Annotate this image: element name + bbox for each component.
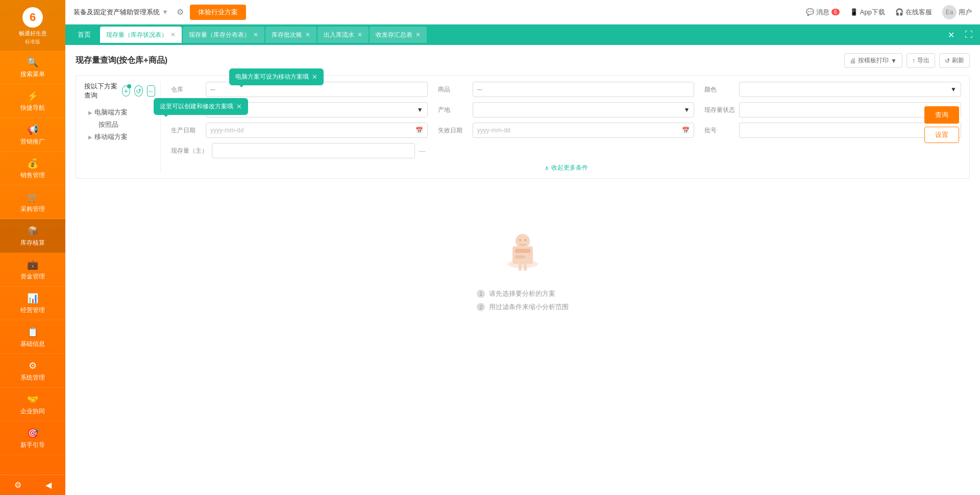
gear-icon[interactable]: ⚙ [177, 7, 184, 17]
sidebar-item-system[interactable]: ⚙ 系统管理 [0, 354, 65, 388]
sidebar-logo: 6 畅通好生意 标准版 [0, 0, 65, 51]
tooltip-scheme-close[interactable]: ✕ [312, 73, 317, 81]
filter-left: 按以下方案查询 + ↺ ← ▶ 电脑端方案 [84, 82, 161, 172]
expire-date-from[interactable]: yyyy-mm-dd 📅 [473, 123, 695, 138]
tab-flow-label: 出入库流水 [324, 31, 354, 39]
tab-inventory-dist-label: 现存量（库存分布表） [189, 31, 250, 39]
sidebar-item-operations[interactable]: 📊 经营管理 [0, 287, 65, 320]
tab-summary-close[interactable]: ✕ [415, 31, 421, 38]
stock-qty-from[interactable] [212, 143, 415, 158]
sidebar-item-purchase[interactable]: 🛒 采购管理 [0, 185, 65, 219]
origin-select[interactable]: ▼ [473, 102, 695, 117]
sidebar-item-marketing[interactable]: 📢 营销推广 [0, 118, 65, 152]
query-button[interactable]: 查询 [924, 106, 959, 124]
tip-num-2: 2 [477, 303, 485, 311]
refresh-button[interactable]: ↺ 刷新 [939, 53, 970, 68]
tab-inventory-status-close[interactable]: ✕ [170, 31, 176, 38]
product-ellipsis: ··· [477, 86, 482, 93]
collapse-button[interactable]: ◀ [45, 480, 52, 490]
tab-batch[interactable]: 库存批次账 ✕ [265, 27, 316, 43]
prod-date-range: yyyy-mm-dd 📅 [206, 123, 428, 138]
sidebar-item-finance[interactable]: 💼 资金管理 [0, 253, 65, 287]
filter-grid: 仓库 ··· 商品 ··· [171, 82, 961, 158]
sidebar-item-search[interactable]: 🔍 搜索菜单 [0, 51, 65, 84]
tab-home[interactable]: 首页 [69, 25, 99, 45]
topbar: 装备及固定资产辅助管理系统 ▼ ⚙ 体验行业方案 💬 消息 6 📱 App下载 … [65, 0, 980, 25]
tab-summary[interactable]: 收发存汇总表 ✕ [370, 27, 427, 43]
close-all-tabs-button[interactable]: ✕ [945, 29, 958, 41]
page-header: 现存量查询(按仓库+商品) 🖨 按模板打印 ▼ ↑ 导出 ↺ 刷新 [76, 53, 970, 68]
tab-inventory-dist[interactable]: 现存量（库存分布表） ✕ [183, 27, 264, 43]
scheme-pc-item[interactable]: ▶ 电脑端方案 [84, 106, 155, 119]
expire-date-from-value: yyyy-mm-dd [477, 127, 510, 134]
sidebar-item-inventory[interactable]: 📦 库存核算 [0, 219, 65, 253]
sidebar-bottom: ⚙ ◀ [0, 475, 65, 495]
main-container: 装备及固定资产辅助管理系统 ▼ ⚙ 体验行业方案 💬 消息 6 📱 App下载 … [65, 0, 980, 495]
filter-collapse-button[interactable]: ∧ 收起更多条件 [171, 163, 961, 172]
sidebar: 6 畅通好生意 标准版 🔍 搜索菜单 ⚡ 快捷导航 📢 营销推广 💰 销售管理 … [0, 0, 65, 495]
expire-date-calendar-icon: 📅 [682, 127, 690, 134]
tab-inventory-status[interactable]: 现存量（库存状况表） ✕ [100, 27, 182, 43]
user-menu[interactable]: Ea 用户 [942, 5, 972, 19]
message-button[interactable]: 💬 消息 6 [806, 8, 840, 17]
app-icon: 📱 [850, 8, 858, 16]
template-dropdown-icon: ▼ [891, 57, 897, 64]
support-icon: 🎧 [895, 8, 903, 16]
online-support-button[interactable]: 🎧 在线客服 [895, 8, 932, 17]
filter-content: 按以下方案查询 + ↺ ← ▶ 电脑端方案 [84, 82, 961, 172]
search-icon: 🔍 [27, 57, 38, 68]
empty-tip-1: 1 请先选择要分析的方案 [477, 287, 569, 300]
sidebar-item-sales-label: 销售管理 [20, 171, 45, 180]
color-select[interactable]: ▼ [739, 82, 961, 97]
scheme-sub: 按照品 [84, 119, 155, 131]
tooltip-create-close[interactable]: ✕ [236, 103, 242, 110]
scheme-mobile-label: 移动端方案 [94, 132, 128, 142]
app-download-button[interactable]: 📱 App下载 [850, 8, 885, 17]
tab-flow[interactable]: 出入库流水 ✕ [317, 27, 369, 43]
tabbar-right: ✕ ⛶ [945, 29, 976, 41]
stock-qty-range: — [212, 143, 428, 158]
tab-inventory-dist-close[interactable]: ✕ [253, 31, 258, 38]
export-icon: ↑ [912, 57, 915, 64]
prod-date-from-value: yyyy-mm-dd [210, 127, 243, 134]
filter-refresh-button[interactable]: ↺ [134, 85, 142, 97]
sidebar-item-purchase-label: 采购管理 [20, 205, 45, 214]
prod-date-from[interactable]: yyyy-mm-dd 📅 [206, 123, 428, 138]
filter-arrow-button[interactable]: ← [147, 85, 155, 97]
sidebar-item-basic[interactable]: 📋 基础信息 [0, 320, 65, 354]
refresh-label: 刷新 [952, 56, 964, 65]
tab-batch-close[interactable]: ✕ [305, 31, 310, 38]
expand-icon: ▶ [88, 110, 92, 115]
trial-button[interactable]: 体验行业方案 [190, 5, 246, 20]
product-select[interactable]: ··· [473, 82, 695, 97]
sidebar-item-guide[interactable]: 🎯 新手引导 [0, 421, 65, 455]
svg-point-5 [519, 239, 521, 241]
settings-button[interactable]: ⚙ [14, 480, 21, 490]
sidebar-item-finance-label: 资金管理 [20, 272, 45, 281]
sidebar-item-sales[interactable]: 💰 销售管理 [0, 152, 65, 185]
filter-add-button[interactable]: + [122, 85, 130, 97]
tab-summary-label: 收发存汇总表 [376, 31, 412, 39]
svg-point-6 [524, 239, 526, 241]
scheme-mobile-item[interactable]: ▶ 移动端方案 [84, 131, 155, 143]
system-selector[interactable]: 装备及固定资产辅助管理系统 ▼ [74, 8, 168, 17]
tab-flow-close[interactable]: ✕ [357, 31, 362, 38]
purchase-icon: 🛒 [27, 192, 38, 203]
warehouse-label: 仓库 [171, 85, 202, 94]
filter-row-product: 商品 ··· [438, 82, 695, 97]
system-dropdown-icon: ▼ [162, 8, 168, 16]
template-print-button[interactable]: 🖨 按模板打印 ▼ [844, 53, 902, 68]
reset-button[interactable]: 设置 [924, 127, 959, 143]
svg-rect-3 [515, 255, 525, 258]
sidebar-item-guide-label: 新手引导 [20, 441, 45, 450]
origin-label: 产地 [438, 106, 469, 114]
sidebar-item-enterprise[interactable]: 🤝 企业协同 [0, 388, 65, 421]
online-support-label: 在线客服 [905, 8, 932, 17]
scheme-sub-item[interactable]: 按照品 [94, 119, 155, 131]
printer-icon: 🖨 [850, 57, 856, 64]
enterprise-icon: 🤝 [27, 394, 38, 405]
maximize-button[interactable]: ⛶ [962, 29, 976, 40]
tab-batch-label: 库存批次账 [272, 31, 302, 39]
sidebar-item-quick[interactable]: ⚡ 快捷导航 [0, 84, 65, 118]
export-button[interactable]: ↑ 导出 [906, 53, 935, 68]
